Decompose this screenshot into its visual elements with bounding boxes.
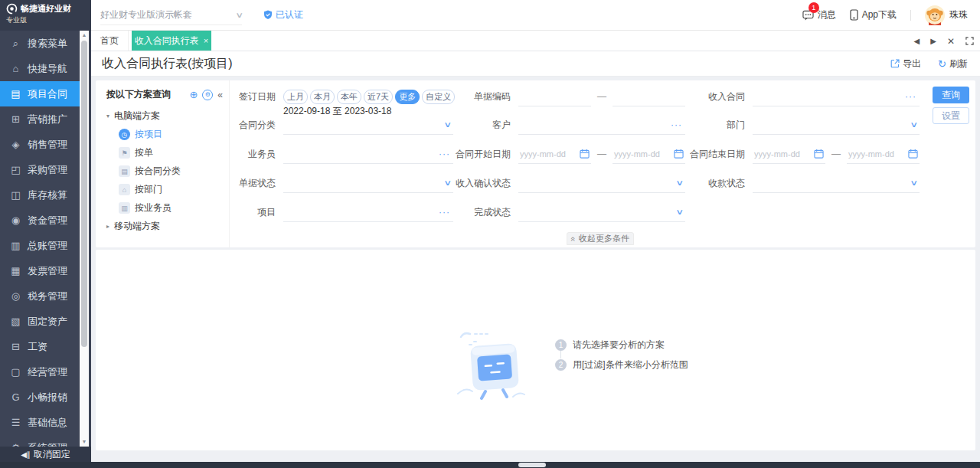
- sidebar-item-payroll[interactable]: ⊟工资: [0, 334, 80, 359]
- sidebar-item-marketing[interactable]: ⊞营销推广: [0, 106, 80, 132]
- contract-icon: ▤: [10, 88, 21, 100]
- contract-end-to-input[interactable]: yyyy-mm-dd: [847, 144, 920, 164]
- horizontal-scrollbar[interactable]: [0, 462, 980, 468]
- calendar-icon[interactable]: [580, 149, 590, 159]
- account-set-select[interactable]: 好业财专业版演示帐套 ∨: [100, 5, 242, 25]
- scroll-down-arrow[interactable]: ▼: [80, 437, 89, 447]
- tree-group-pc-schemes[interactable]: ▾ 电脑端方案: [106, 110, 160, 123]
- doc-status-select[interactable]: ∨: [283, 173, 453, 193]
- verified-badge[interactable]: 已认证: [263, 8, 303, 21]
- tree-item-by-salesperson[interactable]: ▥ 按业务员: [119, 201, 172, 214]
- field-label: 客户: [446, 119, 511, 132]
- contract-start-to-input[interactable]: yyyy-mm-dd: [612, 144, 685, 164]
- sales-icon: ◈: [10, 139, 21, 150]
- tree-item-by-order[interactable]: ⚑ 按单: [119, 146, 153, 159]
- scrollbar-thumb[interactable]: [81, 41, 87, 347]
- app-download-button[interactable]: App下载: [850, 8, 897, 21]
- sidebar-item-sales[interactable]: ◈销售管理: [0, 132, 80, 157]
- pill-more[interactable]: 更多: [395, 90, 420, 104]
- more-dots-icon[interactable]: ···: [905, 91, 916, 102]
- sidebar-item-quick-nav[interactable]: ⌂快捷导航: [0, 56, 80, 81]
- tree-item-by-project[interactable]: ◷ 按项目: [119, 128, 162, 141]
- sidebar-item-base-info[interactable]: ☰基础信息: [0, 410, 80, 435]
- step-connector: [560, 351, 561, 358]
- pill-last-month[interactable]: 上月: [283, 90, 308, 104]
- horizontal-scrollbar-thumb[interactable]: [518, 463, 546, 467]
- tab-prev-icon[interactable]: ◀: [914, 37, 920, 45]
- verified-shield-icon: [263, 10, 273, 20]
- tab-next-icon[interactable]: ▶: [930, 37, 936, 45]
- complete-status-select[interactable]: ∨: [518, 202, 685, 222]
- tab-home[interactable]: 首页: [91, 31, 129, 51]
- warehouse-icon: ◫: [10, 189, 21, 201]
- sidebar-item-business-mgmt[interactable]: ▢经营管理: [0, 359, 80, 385]
- calendar-icon[interactable]: [908, 149, 918, 159]
- sidebar-item-tax[interactable]: ◎税务管理: [0, 283, 80, 309]
- field-label: 单据编码: [446, 90, 511, 103]
- step-number: 2: [555, 359, 567, 371]
- tab-strip: 首页 收入合同执行表 × ◀ ▶ ✕: [91, 31, 980, 51]
- sidebar-item-label: 总账管理: [28, 239, 67, 253]
- tree-item-by-contract-category[interactable]: ▤ 按合同分类: [119, 165, 181, 178]
- doc-code-from-input[interactable]: [518, 87, 591, 106]
- tree-item-label: 按业务员: [135, 201, 172, 214]
- settings-button[interactable]: 设置: [933, 107, 969, 124]
- filter-form: 签订日期 上月 本月 本年 近7天 更多 自定义 2022-09-18 至 20…: [230, 80, 975, 247]
- field-label: 合同结束日期: [681, 148, 745, 161]
- add-scheme-icon[interactable]: ⊕: [189, 90, 198, 100]
- contract-category-select[interactable]: ∨: [283, 115, 453, 135]
- fullscreen-icon[interactable]: [965, 37, 974, 45]
- contract-start-from-input[interactable]: yyyy-mm-dd: [518, 144, 591, 164]
- robot-illustration: [450, 326, 531, 403]
- collapse-more-conditions-button[interactable]: « 收起更多条件: [567, 232, 634, 245]
- refresh-button[interactable]: ↻ 刷新: [938, 57, 968, 70]
- close-all-tabs-icon[interactable]: ✕: [947, 36, 955, 47]
- tab-income-contract-report[interactable]: 收入合同执行表 ×: [132, 31, 211, 51]
- chevron-down-icon[interactable]: ∨: [910, 178, 918, 187]
- sidebar-scrollbar[interactable]: ▲ ▼: [80, 31, 89, 447]
- date-placeholder: yyyy-mm-dd: [848, 149, 894, 159]
- pill-this-year[interactable]: 本年: [337, 90, 361, 104]
- sidebar-item-reimbursement[interactable]: G小畅报销: [0, 385, 80, 410]
- chevron-down-icon: ∨: [235, 11, 243, 19]
- department-select[interactable]: ∨: [753, 115, 920, 135]
- salesperson-picker[interactable]: ···: [283, 144, 453, 164]
- sidebar-item-inventory[interactable]: ◫库存核算: [0, 182, 80, 208]
- scheme-settings-gear-icon[interactable]: ⚙: [202, 90, 213, 100]
- sidebar-item-invoice[interactable]: ▦发票管理: [0, 258, 80, 283]
- collapse-panel-icon[interactable]: «: [217, 90, 223, 100]
- query-button[interactable]: 查询: [933, 87, 969, 103]
- sidebar-item-label: 税务管理: [28, 290, 67, 303]
- export-button[interactable]: 导出: [890, 57, 921, 70]
- page-title: 收入合同执行表(按项目): [102, 56, 233, 72]
- chevron-down-icon[interactable]: ∨: [675, 208, 684, 216]
- doc-code-to-input[interactable]: [612, 87, 685, 106]
- contract-end-from-input[interactable]: yyyy-mm-dd: [753, 144, 825, 164]
- user-menu[interactable]: 珠珠: [925, 5, 968, 25]
- field-label: 合同分类: [237, 119, 276, 132]
- customer-picker[interactable]: ···: [518, 115, 685, 135]
- unpin-icon: ◀∥: [21, 450, 31, 459]
- sidebar-item-purchase[interactable]: ◰采购管理: [0, 157, 80, 182]
- income-confirm-status-select[interactable]: ∨: [518, 173, 685, 193]
- payment-status-select[interactable]: ∨: [753, 173, 920, 193]
- sidebar-item-general-ledger[interactable]: ▥总账管理: [0, 233, 80, 258]
- sidebar-item-search-menu[interactable]: ⌕搜索菜单: [0, 31, 80, 56]
- project-picker[interactable]: ···: [283, 202, 453, 222]
- messages-button[interactable]: 消息 1: [802, 8, 836, 21]
- tree-group-mobile-schemes[interactable]: ▸ 移动端方案: [106, 220, 160, 233]
- unpin-sidebar-button[interactable]: ◀∥ 取消固定: [0, 447, 91, 463]
- pill-this-month[interactable]: 本月: [310, 90, 335, 104]
- refresh-icon: ↻: [938, 58, 946, 70]
- calendar-icon[interactable]: [814, 149, 824, 159]
- income-contract-picker[interactable]: ···: [753, 87, 920, 106]
- sidebar-item-project-contract[interactable]: ▤项目合同: [0, 81, 80, 106]
- scroll-up-arrow[interactable]: ▲: [80, 31, 89, 40]
- sidebar-item-fixed-assets[interactable]: ▧固定资产: [0, 309, 80, 334]
- chevron-down-icon[interactable]: ∨: [910, 120, 918, 129]
- close-tab-icon[interactable]: ×: [204, 36, 208, 45]
- tree-item-by-department[interactable]: ⌂ 按部门: [119, 183, 162, 196]
- date-placeholder: yyyy-mm-dd: [520, 149, 566, 159]
- sidebar-item-funds[interactable]: ◉资金管理: [0, 208, 80, 233]
- pill-last-7-days[interactable]: 近7天: [364, 90, 393, 104]
